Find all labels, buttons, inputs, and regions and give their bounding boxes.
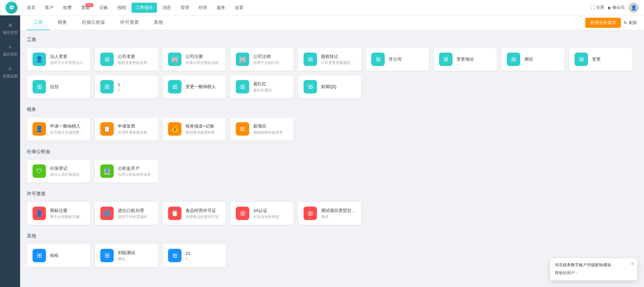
card-股权转让[interactable]: ⊞股权转让公司变更需要股权转让 bbox=[298, 48, 362, 71]
card-icon-哈哈: ⊞ bbox=[33, 249, 46, 262]
card-desc-3A认证: 对企业信誉评级 bbox=[253, 214, 288, 219]
card-法人变更[interactable]: 👤法人变更适用于公司变更法人 bbox=[27, 48, 91, 71]
card-icon-测试: ⊞ bbox=[507, 53, 520, 66]
card-21[interactable]: ⊞211 bbox=[162, 244, 226, 267]
card-info-变更地址: 变更地址 bbox=[457, 56, 491, 62]
sidebar-icon-进度监测: ◎ bbox=[6, 65, 14, 72]
nav-item-收费[interactable]: 收费 bbox=[59, 3, 76, 13]
card-desc-公司注销: 适用于注销公司 bbox=[253, 60, 288, 65]
nav-item-报税[interactable]: 报税 bbox=[113, 3, 130, 13]
section-工商: 工商👤法人变更适用于公司变更法人⊞公司变更股权变更外的业务变更🏢公司注册申请公司… bbox=[27, 37, 637, 98]
sub-tab-工商[interactable]: 工商 bbox=[27, 15, 50, 30]
nav-item-首页[interactable]: 首页 bbox=[23, 3, 40, 13]
card-前期QQ[interactable]: ⊞前期QQ bbox=[298, 75, 362, 98]
card-desc-税务报道+记账: 拿到营业执照的新公司 bbox=[185, 130, 220, 135]
card-name-公司变更: 公司变更 bbox=[118, 54, 153, 60]
card-info-拉拉: 拉拉 bbox=[50, 84, 85, 90]
cards-grid-许可资质: 👤商标注册用于企业商标注册服务🌐进出口权办理适用于对外贸易经营者📋食品经营许可证… bbox=[27, 202, 637, 225]
avatar[interactable]: 👤 bbox=[629, 3, 639, 13]
sidebar-item-项目类型[interactable]: ≡项目类型 bbox=[0, 41, 20, 60]
card-税务报道+记账[interactable]: 💰税务报道+记账拿到营业执照的新公司 bbox=[162, 117, 226, 141]
card-进出口权办理[interactable]: 🌐进出口权办理适用于对外贸易经营者 bbox=[95, 202, 158, 225]
nav-item-消息[interactable]: 消息 bbox=[158, 3, 175, 13]
card-社保登记[interactable]: 🛡社保登记进行人员社保登记 bbox=[27, 159, 91, 183]
card-desc-葛红红: 葛红红测试 bbox=[253, 88, 288, 93]
card-info-前期QQ: 前期QQ bbox=[321, 84, 356, 90]
card-哈哈[interactable]: ⊞哈哈 bbox=[27, 244, 91, 267]
card-测试[interactable]: ⊞测试 bbox=[501, 48, 565, 71]
card-公司变更[interactable]: ⊞公司变更股权变更外的业务变更 bbox=[95, 48, 158, 71]
card-icon-股权转让: ⊞ bbox=[304, 53, 317, 66]
fullscreen-button[interactable]: ⛶ 全屏 bbox=[591, 5, 604, 10]
sidebar-item-项目管理[interactable]: ⊞项目管理 bbox=[0, 19, 20, 38]
card-info-进出口权办理: 进出口权办理适用于对外贸易经营者 bbox=[118, 208, 153, 219]
card-1[interactable]: ⊞11 bbox=[95, 75, 158, 98]
card-申请一般纳税人[interactable]: 👤申请一般纳税人当月或次月成变更完成 bbox=[27, 117, 91, 141]
nav-item-经营[interactable]: 经营 bbox=[195, 3, 211, 13]
card-info-公司变更: 公司变更股权变更外的业务变更 bbox=[118, 54, 153, 65]
member-button[interactable]: ▶ 畅会员 bbox=[608, 5, 625, 10]
card-icon-公积金开户: 🏦 bbox=[100, 164, 114, 178]
card-name-变更: 变更 bbox=[592, 56, 627, 62]
card-变更一般纳税人[interactable]: ⊞变更一般纳税人 bbox=[162, 75, 226, 98]
card-食品经营许可证[interactable]: 📋食品经营许可证办理食品经营许可证 bbox=[162, 202, 226, 225]
card-申请发票[interactable]: 📋申请发票办理申请发票业务 bbox=[95, 117, 158, 141]
card-变更地址[interactable]: ⊞变更地址 bbox=[433, 48, 497, 71]
card-公司注销[interactable]: 🏢公司注销适用于注销公司 bbox=[230, 48, 294, 71]
card-开公司[interactable]: ⊞开公司 bbox=[366, 48, 429, 71]
refresh-button[interactable]: ↻ 刷新 bbox=[624, 20, 637, 26]
card-info-刘聪测试: 刘聪测试测试 bbox=[118, 250, 153, 262]
new-type-button[interactable]: 新增业务类型 bbox=[585, 18, 621, 28]
card-name-测试: 测试 bbox=[524, 56, 559, 62]
card-info-股权转让: 股权转让公司变更需要股权转让 bbox=[321, 54, 356, 65]
card-name-税务报道+记账: 税务报道+记账 bbox=[185, 123, 220, 129]
logo: ✿ bbox=[5, 2, 17, 14]
cards-grid-社保公积金: 🛡社保登记进行人员社保登记🏦公积金开户办理公积金相关业务 bbox=[27, 159, 637, 183]
card-刘聪测试[interactable]: ⊞刘聪测试测试 bbox=[95, 244, 158, 267]
sidebar-label-项目管理: 项目管理 bbox=[3, 30, 17, 35]
card-name-食品经营许可证: 食品经营许可证 bbox=[185, 208, 220, 214]
card-name-进出口权办理: 进出口权办理 bbox=[118, 208, 153, 214]
card-icon-开公司: ⊞ bbox=[371, 53, 385, 66]
card-新项目[interactable]: ⊞新项目报税加税控盘保管 bbox=[230, 117, 294, 141]
card-3A认证[interactable]: ⊞3A认证对企业信誉评级 bbox=[230, 202, 294, 225]
card-name-开公司: 开公司 bbox=[389, 56, 424, 62]
nav-item-设置[interactable]: 设置 bbox=[231, 3, 248, 13]
card-desc-进出口权办理: 适用于对外贸易经营者 bbox=[118, 214, 153, 219]
card-name-新项目: 新项目 bbox=[253, 123, 288, 129]
nav-item-管理[interactable]: 管理 bbox=[176, 3, 193, 13]
nav-item-工商项目[interactable]: 工商项目 bbox=[131, 3, 157, 13]
card-icon-葛红红: ⊞ bbox=[236, 80, 249, 93]
card-icon-申请一般纳税人: 👤 bbox=[33, 122, 46, 136]
card-icon-公司变更: ⊞ bbox=[100, 53, 114, 66]
sub-tab-社保公积金[interactable]: 社保公积金 bbox=[75, 15, 112, 30]
card-desc-公司变更: 股权变更外的业务变更 bbox=[118, 60, 153, 65]
card-公司注册[interactable]: 🏢公司注册申请公司注册全流程 bbox=[162, 48, 226, 71]
card-拉拉[interactable]: ⊞拉拉 bbox=[27, 75, 91, 98]
card-info-新项目: 新项目报税加税控盘保管 bbox=[253, 123, 288, 135]
card-info-公积金开户: 公积金开户办理公积金相关业务 bbox=[118, 165, 153, 177]
card-name-申请一般纳税人: 申请一般纳税人 bbox=[50, 123, 85, 129]
card-info-公司注册: 公司注册申请公司注册全流程 bbox=[185, 54, 220, 65]
card-公积金开户[interactable]: 🏦公积金开户办理公积金相关业务 bbox=[95, 159, 158, 183]
sub-tab-许可资质[interactable]: 许可资质 bbox=[113, 15, 146, 30]
nav-item-记账[interactable]: 记账 bbox=[95, 3, 112, 13]
card-商标注册[interactable]: 👤商标注册用于企业商标注册服务 bbox=[27, 202, 91, 225]
nav-item-票据[interactable]: 票据new bbox=[77, 3, 94, 13]
card-葛红红[interactable]: ⊞葛红红葛红红测试 bbox=[230, 75, 294, 98]
nav-item-服务[interactable]: 服务 bbox=[213, 3, 229, 13]
sidebar-item-进度监测[interactable]: ◎进度监测 bbox=[0, 62, 20, 81]
chat-close-button[interactable]: × bbox=[631, 261, 634, 267]
card-desc-食品经营许可证: 办理食品经营许可证 bbox=[185, 214, 220, 219]
card-测试项目类型目定义[interactable]: ⊞测试项目类型目定义测试 bbox=[298, 202, 362, 225]
card-desc-测试项目类型目定义: 测试 bbox=[321, 214, 356, 219]
card-name-申请发票: 申请发票 bbox=[118, 123, 153, 129]
sub-tab-其他[interactable]: 其他 bbox=[147, 15, 170, 30]
main-content: 工商税务社保公积金许可资质其他 新增业务类型 ↻ 刷新 工商👤法人变更适用于公司… bbox=[20, 15, 644, 287]
card-name-刘聪测试: 刘聪测试 bbox=[118, 250, 153, 256]
card-变更[interactable]: ⊞变更 bbox=[569, 48, 633, 71]
nav-badge-票据: new bbox=[86, 3, 93, 7]
chat-notification-title: 河北税务数字账户升级影响通知 bbox=[555, 262, 633, 268]
sub-tab-税务[interactable]: 税务 bbox=[51, 15, 74, 30]
nav-item-客户[interactable]: 客户 bbox=[41, 3, 58, 13]
